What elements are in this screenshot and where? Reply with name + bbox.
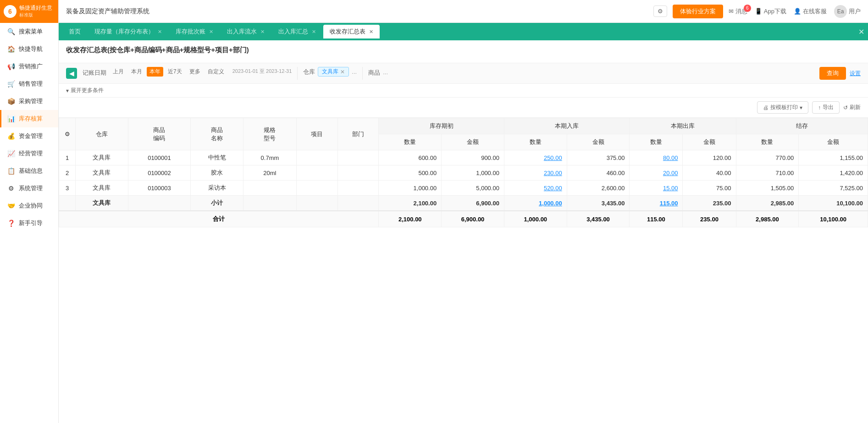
finance-icon: 💰: [7, 132, 15, 140]
sidebar-item-label: 采购管理: [19, 97, 43, 105]
warehouse-more-button[interactable]: ...: [352, 68, 357, 75]
product-more-button[interactable]: ...: [383, 69, 388, 76]
tab---[interactable]: 首页: [62, 25, 87, 38]
out-qty-link[interactable]: 20.00: [663, 170, 678, 176]
cell-in-amt: 460.00: [567, 165, 630, 181]
sidebar-item-enterprise[interactable]: 🤝企业协同: [0, 197, 58, 214]
col-spec-header: 规格型号: [243, 118, 296, 150]
cell-open-amt: 900.00: [442, 150, 504, 165]
app-download-button[interactable]: 📱 App下载: [755, 7, 786, 16]
guide-icon: ❓: [7, 220, 15, 227]
close-all-tabs-button[interactable]: ✕: [858, 27, 864, 36]
tab-close-icon[interactable]: ✕: [260, 29, 265, 35]
cell-name: 中性笔: [191, 150, 243, 165]
sidebar-item-label: 营销推广: [19, 62, 43, 71]
print-button[interactable]: 🖨 按模板打印 ▾: [757, 101, 808, 114]
query-button[interactable]: 查询: [819, 67, 846, 80]
warehouse-tag[interactable]: 文具库 ✕: [318, 67, 349, 77]
filter-toggle-button[interactable]: ◀: [66, 68, 77, 79]
cell-name: 采访本: [191, 181, 243, 196]
in-qty-link[interactable]: 520.00: [544, 185, 562, 192]
date-buttons: 上月本月本年近7天更多自定义: [110, 67, 227, 77]
inventory-icon: 📊: [7, 115, 15, 122]
cell-out-amt: 40.00: [683, 165, 736, 181]
date-btn-更多[interactable]: 更多: [187, 67, 203, 77]
sidebar-item-sales[interactable]: 🛒销售管理: [0, 75, 58, 93]
tab-close-icon[interactable]: ✕: [312, 29, 316, 35]
cell-in-qty[interactable]: 520.00: [504, 181, 567, 196]
col-out-amt-header: 金额: [683, 134, 736, 150]
sidebar-item-purchase[interactable]: 📦采购管理: [0, 93, 58, 110]
col-name-header: 商品名称: [191, 118, 243, 150]
refresh-button[interactable]: ↺ 刷新: [843, 101, 861, 114]
expand-more-bar[interactable]: ▾ 展开更多条件: [59, 84, 868, 98]
out-qty-link[interactable]: 80.00: [663, 154, 678, 161]
date-btn-本年[interactable]: 本年: [147, 67, 163, 77]
cell-project: [296, 150, 337, 165]
user-button[interactable]: Ea 用户: [834, 5, 861, 18]
cell-out-qty[interactable]: 20.00: [630, 165, 683, 181]
cell-in-amt: 375.00: [567, 150, 630, 165]
cell-out-qty[interactable]: 15.00: [630, 181, 683, 196]
cell-in-qty[interactable]: 1,000.00: [504, 196, 567, 211]
system-icon: ⚙: [7, 185, 15, 192]
col-bal-qty-header: 数量: [736, 134, 799, 150]
cell-in-amt: 2,600.00: [567, 181, 630, 196]
col-project-header: 项目: [296, 118, 337, 150]
out-qty-link[interactable]: 15.00: [663, 185, 678, 192]
sidebar-item-inventory[interactable]: 📊库存核算: [0, 110, 58, 127]
date-btn-近7天[interactable]: 近7天: [165, 67, 185, 77]
expand-icon: ▾: [66, 88, 69, 94]
cell-dept: [337, 196, 379, 211]
sidebar-item-system[interactable]: ⚙系统管理: [0, 180, 58, 197]
sidebar-item-finance[interactable]: 💰资金管理: [0, 127, 58, 145]
col-settings-header[interactable]: ⚙: [59, 118, 76, 150]
settings-link[interactable]: 设置: [850, 70, 861, 77]
tab------[interactable]: 出入库流水 ✕: [221, 25, 271, 38]
date-btn-上月[interactable]: 上月: [110, 67, 127, 77]
export-button[interactable]: ↑ 导出: [812, 101, 840, 114]
tab-close-icon[interactable]: ✕: [209, 29, 213, 35]
page-title: 收发存汇总表(按仓库+商品编码+商品+规格型号+项目+部门): [66, 46, 861, 55]
tab-close-icon[interactable]: ✕: [158, 29, 162, 35]
message-button[interactable]: ✉ 消息 6: [729, 7, 747, 16]
sidebar-item-marketing[interactable]: 📢营销推广: [0, 58, 58, 75]
sidebar-item-quick[interactable]: 🏠快捷导航: [0, 40, 58, 58]
cell-in-qty[interactable]: 230.00: [504, 165, 567, 181]
tab-------[interactable]: 收发存汇总表 ✕: [323, 25, 380, 38]
tab------[interactable]: 出入库汇总 ✕: [272, 25, 322, 38]
cell-open-amt: 6,900.00: [442, 196, 504, 211]
online-support-button[interactable]: 👤 在线客服: [794, 7, 827, 16]
out-qty-link[interactable]: 115.00: [660, 200, 678, 207]
col-bal-amt-header: 金额: [799, 134, 868, 150]
in-qty-link[interactable]: 230.00: [544, 170, 562, 176]
warehouse-filter-label: 仓库: [303, 68, 315, 76]
cell-out-amt: 235.00: [683, 196, 736, 211]
tab-----------[interactable]: 现存量（库存分布表） ✕: [88, 25, 168, 38]
cell-out-qty[interactable]: 115.00: [630, 196, 683, 211]
cell-dept: [337, 181, 379, 196]
date-btn-本月[interactable]: 本月: [128, 67, 145, 77]
tab-close-icon[interactable]: ✕: [369, 29, 373, 35]
download-icon: 📱: [755, 8, 762, 15]
cell-in-qty[interactable]: 250.00: [504, 150, 567, 165]
date-btn-自定义[interactable]: 自定义: [205, 67, 227, 77]
cell-out-qty[interactable]: 80.00: [630, 150, 683, 165]
topbar: 装备及固定资产辅助管理系统 ⚙ 体验行业方案 ✉ 消息 6 📱 App下载 👤 …: [59, 0, 868, 23]
sidebar-item-search[interactable]: 🔍搜索菜单: [0, 23, 58, 40]
settings-gear-button[interactable]: ⚙: [653, 5, 667, 17]
message-icon: ✉: [729, 8, 734, 15]
sidebar-item-guide[interactable]: ❓新手引导: [0, 214, 58, 232]
in-qty-link[interactable]: 250.00: [544, 154, 562, 161]
warehouse-tag-close-icon[interactable]: ✕: [340, 69, 345, 75]
sidebar-item-label: 系统管理: [19, 184, 43, 192]
avatar: Ea: [834, 5, 847, 18]
sidebar-item-operation[interactable]: 📈经营管理: [0, 145, 58, 162]
sidebar: 6 畅捷通好生意 标准版 🔍搜索菜单🏠快捷导航📢营销推广🛒销售管理📦采购管理📊库…: [0, 0, 59, 423]
experience-button[interactable]: 体验行业方案: [673, 5, 723, 18]
tab-label: 首页: [69, 27, 81, 36]
tab------[interactable]: 库存批次账 ✕: [169, 25, 220, 38]
sidebar-item-base[interactable]: 📋基础信息: [0, 162, 58, 180]
topbar-right: ✉ 消息 6 📱 App下载 👤 在线客服 Ea 用户: [729, 5, 861, 18]
in-qty-link[interactable]: 1,000.00: [539, 200, 562, 207]
